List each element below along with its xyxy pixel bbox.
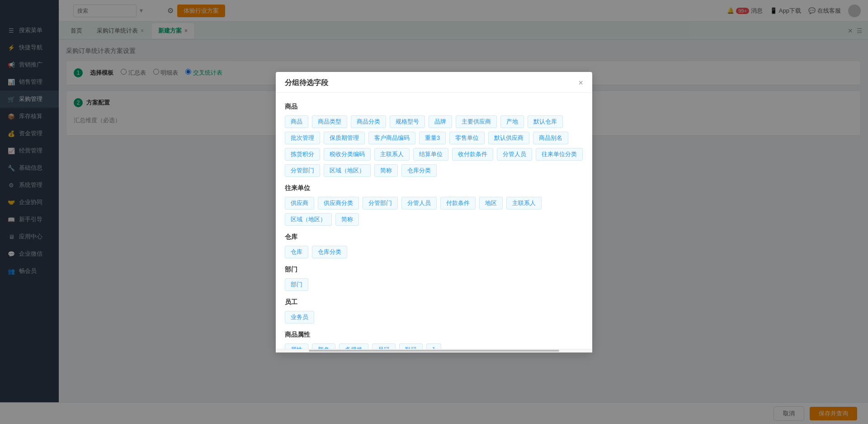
- field-chip-保质期管理[interactable]: 保质期管理: [324, 132, 365, 144]
- field-select-modal: 分组待选字段 × 商品商品商品类型商品分类规格型号品牌主要供应商产地默认仓库批次…: [276, 72, 592, 353]
- field-grid-员工: 业务员: [285, 311, 583, 324]
- field-chip-仓库分类[interactable]: 仓库分类: [312, 246, 347, 258]
- field-chip-多规格[interactable]: 多规格: [339, 343, 368, 349]
- section-title-部门: 部门: [285, 266, 583, 274]
- field-chip-主要供应商[interactable]: 主要供应商: [456, 115, 497, 128]
- field-grid-商品属性: 属性颜色多规格尺码鞋码1: [285, 343, 583, 349]
- field-chip-鞋码[interactable]: 鞋码: [399, 343, 423, 349]
- field-chip-区域（地区）[interactable]: 区域（地区）: [285, 213, 332, 226]
- section-title-仓库: 仓库: [285, 233, 583, 241]
- field-chip-往来单位分类[interactable]: 往来单位分类: [536, 148, 583, 161]
- modal-footer-scrollbar[interactable]: [276, 349, 592, 352]
- field-chip-1[interactable]: 1: [426, 343, 441, 349]
- section-title-商品属性: 商品属性: [285, 331, 583, 339]
- field-chip-仓库[interactable]: 仓库: [285, 246, 308, 258]
- modal-title: 分组待选字段: [285, 78, 328, 88]
- field-chip-业务员[interactable]: 业务员: [285, 311, 314, 324]
- field-chip-分管人员[interactable]: 分管人员: [497, 148, 532, 161]
- field-chip-批次管理[interactable]: 批次管理: [285, 132, 320, 144]
- field-chip-收付款条件[interactable]: 收付款条件: [452, 148, 493, 161]
- field-chip-客户商品编码[interactable]: 客户商品编码: [368, 132, 415, 144]
- modal-body[interactable]: 商品商品商品类型商品分类规格型号品牌主要供应商产地默认仓库批次管理保质期管理客户…: [276, 93, 592, 349]
- field-chip-颜色[interactable]: 颜色: [312, 343, 335, 349]
- field-chip-简称[interactable]: 简称: [335, 213, 359, 226]
- field-chip-商品[interactable]: 商品: [285, 115, 308, 128]
- field-chip-地区[interactable]: 地区: [479, 197, 503, 210]
- field-chip-部门[interactable]: 部门: [285, 278, 308, 291]
- field-grid-部门: 部门: [285, 278, 583, 291]
- field-chip-商品分类[interactable]: 商品分类: [351, 115, 386, 128]
- field-chip-商品别名[interactable]: 商品别名: [533, 132, 568, 144]
- field-chip-品牌[interactable]: 品牌: [429, 115, 452, 128]
- modal-header: 分组待选字段 ×: [276, 72, 592, 93]
- horizontal-scrollbar[interactable]: [309, 350, 559, 352]
- field-grid-往来单位: 供应商供应商分类分管部门分管人员付款条件地区主联系人区域（地区）简称: [285, 197, 583, 226]
- field-chip-税收分类编码[interactable]: 税收分类编码: [324, 148, 371, 161]
- field-chip-商品类型[interactable]: 商品类型: [312, 115, 347, 128]
- field-chip-区域（地区）[interactable]: 区域（地区）: [324, 164, 371, 177]
- field-chip-拣货积分[interactable]: 拣货积分: [285, 148, 320, 161]
- field-chip-分管人员[interactable]: 分管人员: [401, 197, 437, 210]
- field-chip-主联系人[interactable]: 主联系人: [506, 197, 542, 210]
- field-chip-属性[interactable]: 属性: [285, 343, 308, 349]
- field-chip-零售单位[interactable]: 零售单位: [449, 132, 485, 144]
- field-chip-结算单位[interactable]: 结算单位: [413, 148, 448, 161]
- field-chip-供应商[interactable]: 供应商: [285, 197, 314, 210]
- field-chip-仓库分类[interactable]: 仓库分类: [401, 164, 437, 177]
- field-chip-简称[interactable]: 简称: [374, 164, 398, 177]
- field-chip-主联系人[interactable]: 主联系人: [374, 148, 410, 161]
- field-chip-付款条件[interactable]: 付款条件: [440, 197, 476, 210]
- field-grid-商品: 商品商品类型商品分类规格型号品牌主要供应商产地默认仓库批次管理保质期管理客户商品…: [285, 115, 583, 177]
- field-chip-默认仓库[interactable]: 默认仓库: [528, 115, 563, 128]
- field-chip-产地[interactable]: 产地: [500, 115, 524, 128]
- section-title-商品: 商品: [285, 103, 583, 111]
- section-title-往来单位: 往来单位: [285, 184, 583, 192]
- field-chip-分管部门[interactable]: 分管部门: [363, 197, 398, 210]
- field-chip-分管部门[interactable]: 分管部门: [285, 164, 320, 177]
- section-title-员工: 员工: [285, 298, 583, 306]
- modal-overlay: 分组待选字段 × 商品商品商品类型商品分类规格型号品牌主要供应商产地默认仓库批次…: [0, 0, 868, 424]
- field-grid-仓库: 仓库仓库分类: [285, 246, 583, 258]
- field-chip-供应商分类[interactable]: 供应商分类: [318, 197, 359, 210]
- field-chip-尺码[interactable]: 尺码: [372, 343, 396, 349]
- field-chip-重量3[interactable]: 重量3: [419, 132, 446, 144]
- modal-close-button[interactable]: ×: [578, 78, 583, 88]
- field-chip-默认供应商[interactable]: 默认供应商: [488, 132, 529, 144]
- field-chip-规格型号[interactable]: 规格型号: [390, 115, 425, 128]
